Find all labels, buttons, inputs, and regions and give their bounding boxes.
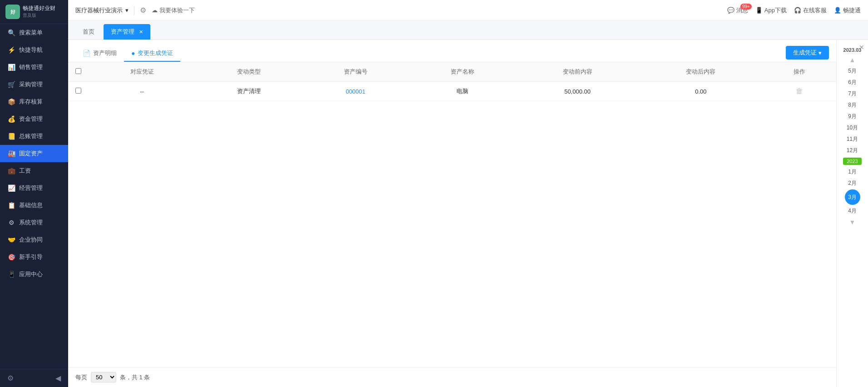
topbar-divider (134, 6, 134, 15)
sidebar-item-purchase[interactable]: 🛒 采购管理 (0, 76, 68, 93)
online-service-btn[interactable]: 🎧 在线客服 (794, 6, 827, 15)
sidebar-item-fixed-assets[interactable]: 🏭 固定资产 (0, 145, 68, 162)
sidebar-item-quicknav[interactable]: ⚡ 快捷导航 (0, 41, 68, 59)
sidebar-item-funds[interactable]: 💰 资金管理 (0, 110, 68, 128)
app-logo: 好 畅捷通好业财 普及版 (0, 0, 68, 24)
sidebar-item-enterprise[interactable]: 🤝 企业协同 (0, 231, 68, 248)
sidebar-label-funds: 资金管理 (19, 115, 43, 123)
document-icon: 📄 (83, 50, 90, 57)
sidebar-label-inventory: 库存核算 (19, 98, 43, 106)
topbar: 医疗器械行业演示 ▾ ⚙ ☁ 我要体验一下 💬 消息 99+ 📱 App下载 🎧… (68, 0, 868, 21)
app-version: 普及版 (23, 12, 55, 19)
total-label: 条，共 1 条 (120, 373, 150, 382)
chevron-down-icon: ▾ (818, 50, 822, 56)
system-icon: ⚙ (7, 218, 15, 227)
tab-home[interactable]: 首页 (75, 24, 102, 40)
per-page-select[interactable]: 102050100 (91, 372, 116, 382)
quicknav-icon: ⚡ (7, 46, 15, 54)
col-asset-no: 资产编号 (302, 62, 409, 82)
sidebar-label-system: 系统管理 (19, 218, 43, 227)
sidebar-label-app-center: 应用中心 (19, 270, 43, 278)
settings-icon[interactable]: ⚙ (7, 374, 14, 382)
topbar-right: 💬 消息 99+ 📱 App下载 🎧 在线客服 👤 畅捷通 (727, 6, 861, 15)
sidebar-item-system[interactable]: ⚙ 系统管理 (0, 214, 68, 231)
col-op: 操作 (763, 62, 836, 82)
month-item-m7[interactable]: 7月 (837, 88, 868, 99)
logo-icon: 好 (5, 5, 20, 19)
company-selector[interactable]: 医疗器械行业演示 ▾ (75, 6, 129, 15)
generate-voucher-btn[interactable]: 生成凭证 ▾ (786, 46, 829, 60)
sidebar-label-guide: 新手引导 (19, 253, 43, 261)
select-all-checkbox[interactable] (75, 68, 81, 74)
app-center-icon: 📱 (7, 270, 15, 278)
per-page-label: 每页 (75, 373, 87, 382)
sidebar-label-sales: 销售管理 (19, 63, 43, 71)
search-icon: 🔍 (7, 29, 15, 37)
sidebar-item-sales[interactable]: 📊 销售管理 (0, 59, 68, 76)
year-marker[interactable]: 2023 (843, 158, 861, 165)
sub-tab-asset-detail[interactable]: 📄 资产明细 (75, 45, 124, 62)
circle-icon: ● (131, 50, 135, 57)
message-icon: 💬 (727, 7, 734, 14)
month-item-m11[interactable]: 11月 (837, 134, 868, 145)
col-change-type: 变动类型 (195, 62, 302, 82)
tab-close-icon[interactable]: ✕ (139, 29, 143, 35)
col-voucher: 对应凭证 (89, 62, 195, 82)
sidebar-item-operations[interactable]: 📈 经营管理 (0, 179, 68, 197)
sub-tab-change-label: 变更生成凭证 (138, 49, 173, 57)
app-name: 畅捷通好业财 (23, 5, 55, 12)
month-item-m6[interactable]: 6月 (837, 77, 868, 88)
table-row: -- 资产清理 000001 电脑 50,000.00 0.00 🗑 (68, 82, 836, 101)
month-item-m1[interactable]: 1月 (837, 166, 868, 178)
nav-tabs: 首页 资产管理 ✕ (68, 21, 868, 40)
month-item-m4[interactable]: 4月 (837, 205, 868, 217)
month-item-m2[interactable]: 2月 (837, 178, 868, 189)
cloud-icon: ☁ (152, 7, 158, 14)
download-icon: 📱 (755, 7, 763, 14)
company-name: 医疗器械行业演示 (75, 6, 123, 15)
app-download-label: App下载 (764, 6, 787, 15)
experience-btn[interactable]: ☁ 我要体验一下 (152, 6, 195, 15)
app-download-btn[interactable]: 📱 App下载 (755, 6, 787, 15)
col-before: 变动前内容 (516, 62, 640, 82)
month-item-m10[interactable]: 10月 (837, 122, 868, 134)
month-item-m9[interactable]: 9月 (837, 111, 868, 122)
sidebar-label-search: 搜索菜单 (19, 29, 43, 37)
sidebar-item-inventory[interactable]: 📦 库存核算 (0, 93, 68, 110)
month-item-m3[interactable]: 3月 (845, 189, 860, 205)
sales-icon: 📊 (7, 63, 15, 71)
messages-btn[interactable]: 💬 消息 99+ (727, 6, 748, 15)
delete-icon[interactable]: 🗑 (796, 87, 803, 95)
scroll-up-icon[interactable]: ▲ (848, 55, 858, 65)
sub-tab-detail-label: 资产明细 (93, 49, 117, 57)
guide-icon: 🎯 (7, 253, 15, 261)
sidebar-item-base-info[interactable]: 📋 基础信息 (0, 197, 68, 214)
sidebar-item-ledger[interactable]: 📒 总账管理 (0, 128, 68, 145)
scroll-down-icon[interactable]: ▼ (848, 217, 858, 228)
month-item-m12[interactable]: 12月 (837, 145, 868, 156)
sidebar-item-guide[interactable]: 🎯 新手引导 (0, 248, 68, 266)
sub-tabs: 📄 资产明细 ● 变更生成凭证 生成凭证 ▾ (68, 40, 836, 62)
cell-asset-no: 000001 (302, 82, 409, 101)
sidebar-item-salary[interactable]: 💼 工资 (0, 162, 68, 179)
collapse-icon[interactable]: ◀ (55, 374, 61, 382)
user-btn[interactable]: 👤 畅捷通 (834, 6, 861, 15)
month-item-m8[interactable]: 8月 (837, 99, 868, 111)
cell-before: 50,000.00 (516, 82, 640, 101)
headset-icon: 🎧 (794, 7, 801, 14)
sidebar-item-app-center[interactable]: 📱 应用中心 (0, 266, 68, 283)
dropdown-arrow-icon: ▾ (125, 7, 129, 14)
tab-asset-management[interactable]: 资产管理 ✕ (104, 24, 150, 40)
sidebar-item-search[interactable]: 🔍 搜索菜单 (0, 24, 68, 41)
right-panel: ✕ ⤢ 2023.03 ▲ 5月6月7月8月9月10月11月12月20231月2… (836, 40, 868, 387)
sub-tab-change-voucher[interactable]: ● 变更生成凭证 (124, 45, 180, 62)
row-checkbox[interactable] (75, 88, 81, 94)
month-item-m5[interactable]: 5月 (837, 65, 868, 77)
data-table-wrap: 对应凭证 变动类型 资产编号 资产名称 变动前内容 变动后内容 操作 -- 资产… (68, 62, 836, 367)
sidebar-label-base-info: 基础信息 (19, 201, 43, 209)
sidebar-menu: 🔍 搜索菜单 ⚡ 快捷导航 📊 销售管理 🛒 采购管理 📦 库存核算 💰 资金管… (0, 24, 68, 369)
gear-icon[interactable]: ⚙ (140, 6, 146, 15)
fixed-assets-icon: 🏭 (7, 149, 15, 158)
col-asset-name: 资产名称 (409, 62, 516, 82)
close-panel-icon[interactable]: ✕ (859, 44, 864, 51)
